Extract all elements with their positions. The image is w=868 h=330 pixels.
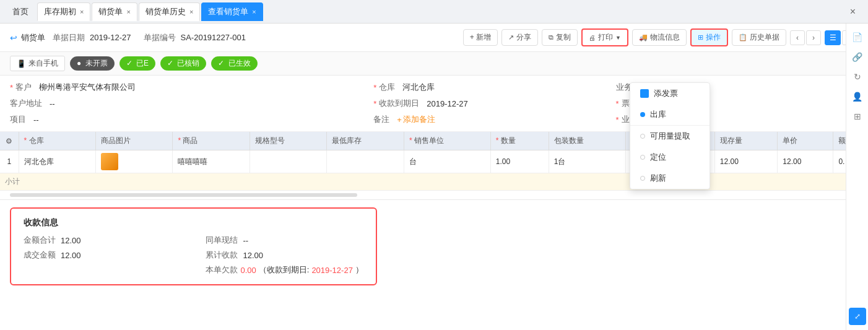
same-order-value: -- — [243, 236, 248, 245]
confirmed-label: 已E — [136, 59, 149, 67]
dropdown-item-available-pick[interactable]: 可用量提取 — [630, 126, 710, 147]
plus-icon: + — [397, 115, 402, 124]
circle-icon: ● — [77, 59, 81, 67]
payment-title: 收款信息 — [24, 217, 363, 228]
locate-label: 定位 — [650, 152, 666, 163]
refresh-label: 刷新 — [650, 173, 666, 184]
outbound-dot-icon — [640, 112, 645, 117]
col-product-label: 商品 — [183, 136, 197, 145]
cumulative-value: 12.00 — [243, 251, 263, 260]
logistics-button[interactable]: 🚚 物流信息 — [632, 29, 687, 46]
right-icon-user[interactable]: 👤 — [849, 88, 866, 105]
dropdown-menu: 添发票 出库 可用量提取 定位 刷新 — [630, 82, 710, 189]
col-warehouse-label: 仓库 — [29, 136, 44, 145]
new-button[interactable]: + 新增 — [463, 29, 498, 46]
operations-button[interactable]: ⊞ 操作 — [690, 28, 728, 46]
view-list-button[interactable]: ☰ — [825, 30, 841, 45]
due-date-value: 2019-12-27 — [427, 99, 468, 108]
cumulative-label: 累计收款 — [206, 250, 238, 261]
cumulative-item: 累计收款 12.00 — [206, 250, 363, 261]
subtotal-label: 小计 — [0, 173, 868, 191]
right-icon-grid[interactable]: ⊞ — [849, 108, 866, 125]
deal-amount-label: 成交金额 — [24, 250, 56, 261]
print-icon: 🖨 — [589, 34, 596, 41]
doc-type-label: 销货单 — [21, 32, 45, 43]
tab-sales-order-label: 销货单 — [98, 6, 123, 17]
history-button[interactable]: 📋 历史单据 — [732, 29, 786, 46]
col-spec: 规格型号 — [250, 132, 326, 150]
add-note-button[interactable]: + 添加备注 — [397, 114, 435, 125]
global-close-button[interactable]: × — [843, 6, 863, 17]
print-button-label: 打印 — [598, 32, 613, 43]
settings-icon[interactable]: ⚙ — [6, 137, 12, 145]
dropdown-item-locate[interactable]: 定位 — [630, 147, 710, 168]
table-container: ⚙ * 仓库 商品图片 * 商品 规格型号 最低库存 * 销售单位 — [0, 132, 868, 200]
notes-field: 备注 + 添加备注 — [373, 114, 615, 125]
deal-amount-item: 成交金额 12.00 — [24, 250, 181, 261]
nav-prev[interactable]: ‹ — [790, 30, 805, 45]
from-phone-button[interactable]: 📱 来自手机 — [10, 56, 65, 71]
confirmed-button[interactable]: ✓ 已E — [119, 56, 155, 71]
row-stock: 12.00 — [714, 150, 778, 173]
cancelled-button[interactable]: ✓ 已核销 — [160, 56, 206, 71]
dropdown-item-outbound[interactable]: 出库 — [630, 104, 710, 125]
print-button[interactable]: 🖨 打印 ▼ — [581, 28, 628, 46]
tab-inventory-init-label: 库存期初 — [44, 6, 76, 17]
print-dropdown-icon: ▼ — [615, 35, 621, 41]
right-icon-link[interactable]: 🔗 — [849, 48, 866, 66]
tab-sales-order[interactable]: 销货单 × — [92, 2, 137, 21]
dropdown-item-refresh[interactable]: 刷新 — [630, 168, 710, 189]
doc-number-label: 单据编号 — [144, 32, 176, 43]
row-unit: 台 — [404, 150, 490, 173]
tab-sales-history-label: 销货单历史 — [145, 6, 186, 17]
tab-sales-history[interactable]: 销货单历史 × — [139, 2, 200, 21]
copy-icon: ⧉ — [549, 33, 553, 41]
doc-icon: ↩ — [10, 33, 17, 43]
address-value: -- — [50, 99, 55, 108]
operations-button-label: 操作 — [706, 32, 721, 43]
doc-date-label: 单据日期 — [53, 32, 85, 43]
row-warehouse: 河北仓库 — [19, 150, 95, 173]
col-min-stock: 最低库存 — [327, 132, 404, 150]
tab-view-sales-close[interactable]: × — [252, 8, 256, 15]
col-settings[interactable]: ⚙ — [0, 132, 19, 150]
warehouse-value: 河北仓库 — [402, 82, 435, 93]
locate-icon — [640, 155, 645, 160]
right-icon-sync[interactable]: ↻ — [849, 68, 866, 85]
tab-home[interactable]: 首页 — [5, 2, 36, 21]
tab-inventory-init[interactable]: 库存期初 × — [37, 2, 90, 21]
doc-meta: 单据日期 2019-12-27 单据编号 SA-20191227-001 — [53, 32, 246, 43]
tab-inventory-init-close[interactable]: × — [80, 8, 84, 15]
right-icon-panel: 📄 🔗 ↻ 👤 ⊞ ⤢ — [846, 24, 868, 330]
staff2-req: * — [616, 115, 619, 124]
check3-icon: ✓ — [218, 59, 224, 67]
col-pack-qty: 包装数量 — [549, 132, 625, 150]
nav-arrows: ‹ › — [790, 30, 821, 45]
col-product-img: 商品图片 — [95, 132, 172, 150]
available-pick-icon — [640, 134, 645, 139]
tab-view-sales[interactable]: 查看销货单 × — [201, 2, 263, 21]
history-button-label: 历史单据 — [750, 32, 779, 43]
new-button-label: + 新增 — [470, 32, 491, 43]
project-label: 项目 — [10, 114, 26, 125]
effective-button[interactable]: ✓ 已生效 — [211, 56, 257, 71]
tab-sales-history-close[interactable]: × — [189, 8, 193, 15]
dropdown-item-add-invoice[interactable]: 添发票 — [630, 83, 710, 104]
project-field: 项目 -- — [10, 114, 373, 125]
row-quantity: 1.00 — [490, 150, 549, 173]
right-icon-document[interactable]: 📄 — [849, 28, 866, 46]
copy-button[interactable]: ⧉ 复制 — [542, 29, 578, 46]
tab-home-label: 首页 — [12, 6, 28, 17]
row-unit-price: 12.00 — [778, 150, 833, 173]
check2-icon: ✓ — [167, 59, 173, 67]
nav-next[interactable]: › — [806, 30, 821, 45]
doc-number-value: SA-20191227-001 — [181, 33, 246, 42]
tab-sales-order-close[interactable]: × — [126, 8, 130, 15]
right-icon-expand[interactable]: ⤢ — [849, 308, 866, 325]
outbound-label: 出库 — [650, 109, 666, 120]
not-open-button[interactable]: ● 未开票 — [70, 56, 115, 71]
customer-label: * — [10, 83, 13, 92]
copy-button-label: 复制 — [556, 32, 571, 43]
share-button[interactable]: ↗ 分享 — [501, 29, 538, 46]
col-warehouse: * 仓库 — [19, 132, 95, 150]
